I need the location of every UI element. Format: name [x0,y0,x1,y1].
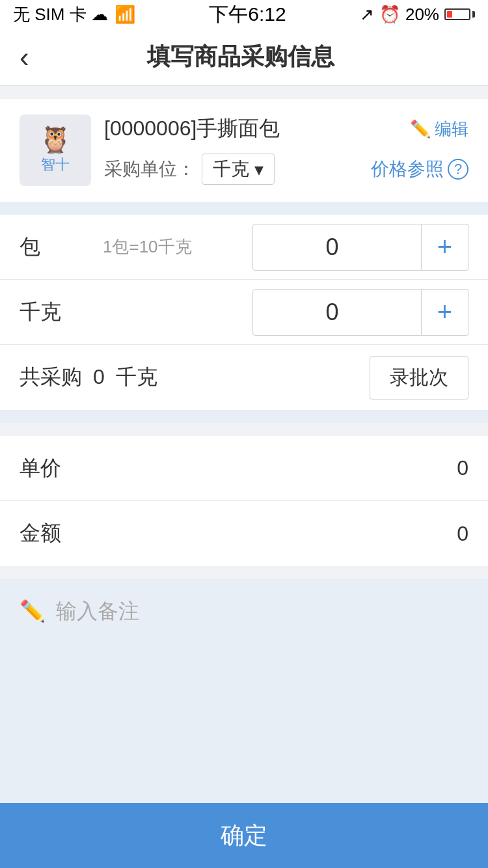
dropdown-arrow-icon: ▾ [254,159,264,180]
product-card: 🦉 智十 [0000006]手撕面包 ✏️ 编辑 采购单位： 千克 ▾ [0,99,488,202]
kg-input-row: 千克 + [0,280,488,345]
summary-row: 共采购 0 千克 录批次 [0,345,488,410]
summary-amount: 0 [93,365,105,388]
logo-text: 智十 [41,155,70,174]
summary-unit: 千克 [116,365,157,388]
main-content: 🦉 智十 [0000006]手撕面包 ✏️ 编辑 采购单位： 千克 ▾ [0,99,488,868]
section-divider-2 [0,410,488,423]
bag-quantity-input[interactable] [252,224,422,271]
unit-price-value: 0 [457,456,468,480]
remark-placeholder: 输入备注 [56,597,139,626]
unit-price-label: 单价 [20,454,61,483]
amount-value: 0 [457,522,468,546]
price-ref-label: 价格参照 [371,157,444,182]
remark-section[interactable]: ✏️ 输入备注 [0,579,488,657]
purchase-unit-row: 采购单位： 千克 ▾ 价格参照 ? [104,154,468,185]
confirm-button[interactable]: 确定 [0,803,488,868]
status-right: ↗ ⏰ 20% [360,5,475,25]
edit-button[interactable]: ✏️ 编辑 [410,118,468,141]
summary-text: 共采购 0 千克 [20,363,157,392]
section-divider-1 [0,202,488,215]
edit-icon: ✏️ [410,119,431,139]
alarm-icon: ⏰ [379,5,400,25]
amount-row: 金额 0 [0,501,488,566]
status-time: 下午6:12 [209,1,286,28]
pencil-icon: ✏️ [20,599,46,623]
bag-sublabel: 1包=10千克 [103,236,192,258]
purchase-unit-label: 采购单位： [104,157,195,182]
kg-label: 千克 [20,298,98,327]
bag-input-right: + [252,224,468,271]
product-name: [0000006]手撕面包 [104,115,280,143]
price-section: 单价 0 金额 0 [0,436,488,566]
sim-label: 无 SIM 卡 ☁ [13,3,108,26]
back-button[interactable]: ‹ [20,43,29,72]
unit-select[interactable]: 千克 ▾ [202,154,275,185]
kg-plus-button[interactable]: + [422,289,468,336]
edit-label: 编辑 [435,118,468,141]
owl-icon: 🦉 [39,126,72,152]
confirm-button-label: 确定 [221,820,267,852]
page-title: 填写商品采购信息 [42,41,440,73]
wifi-icon: 📶 [115,5,135,25]
product-name-row: [0000006]手撕面包 ✏️ 编辑 [104,115,468,143]
bag-input-row: 包 1包=10千克 + [0,215,488,280]
bag-plus-button[interactable]: + [422,224,468,271]
status-bar: 无 SIM 卡 ☁ 📶 下午6:12 ↗ ⏰ 20% [0,0,488,29]
location-icon: ↗ [360,5,374,25]
kg-input-right: + [252,289,468,336]
kg-quantity-input[interactable] [252,289,422,336]
product-info: [0000006]手撕面包 ✏️ 编辑 采购单位： 千克 ▾ 价格参照 ? [104,115,468,185]
batch-button[interactable]: 录批次 [370,356,468,400]
nav-bar: ‹ 填写商品采购信息 [0,29,488,86]
help-icon: ? [448,159,468,180]
status-left: 无 SIM 卡 ☁ 📶 [13,3,135,26]
product-image: 🦉 智十 [20,115,91,186]
battery-icon [444,8,475,20]
bag-label: 包 [20,233,98,262]
unit-price-row: 单价 0 [0,436,488,501]
summary-label: 共采购 [20,365,82,388]
input-section: 包 1包=10千克 + 千克 + [0,215,488,345]
unit-value: 千克 [213,157,249,182]
price-reference-button[interactable]: 价格参照 ? [371,157,468,182]
battery-percent: 20% [405,5,439,25]
amount-label: 金额 [20,519,61,548]
